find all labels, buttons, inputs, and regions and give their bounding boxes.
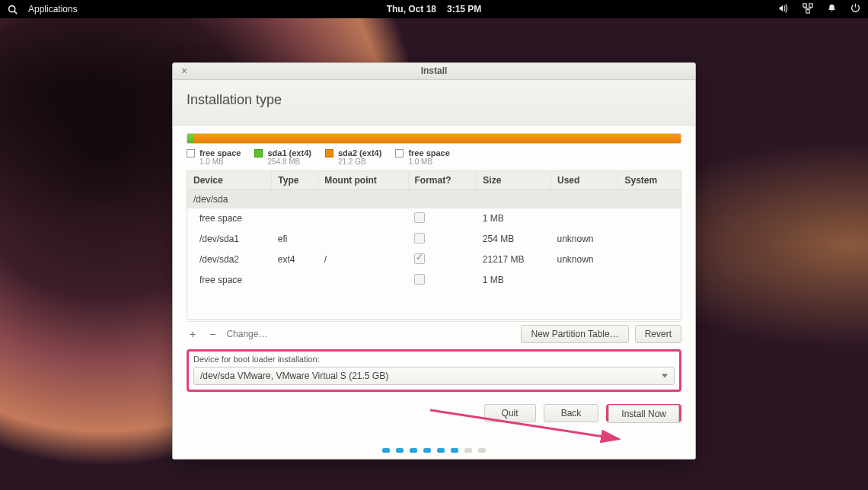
step-dot [478,448,486,453]
swatch-icon [254,149,263,158]
format-checkbox[interactable] [414,233,425,243]
partition-bar [187,133,681,144]
install-now-highlight: Install Now [606,404,681,422]
install-now-button[interactable]: Install Now [608,405,679,423]
step-dot [410,448,417,453]
revert-button[interactable]: Revert [635,325,681,343]
col-device[interactable]: Device [187,170,272,189]
boot-device-highlight: Device for boot loader installation: /de… [187,349,681,392]
legend-item: sda2 (ext4)21.2 GB [325,148,381,166]
header: Installation type [173,80,695,126]
swatch-icon [187,149,195,158]
partition-seg-sda2 [194,134,681,143]
step-dot [423,448,431,453]
col-type[interactable]: Type [272,170,318,189]
installer-window: × Install Installation type free space1.… [172,62,696,460]
svg-rect-3 [809,3,812,6]
col-system[interactable]: System [618,170,681,189]
volume-icon[interactable] [778,3,789,16]
partition-legend: free space1.0 MB sda1 (ext4)254.8 MB sda… [187,148,681,166]
step-dot [464,448,472,453]
partition-toolbar: + − Change… New Partition Table… Revert [187,321,681,343]
remove-partition-button[interactable]: − [206,328,219,340]
top-bar: Applications Thu, Oct 18 3:15 PM [0,0,868,18]
notifications-icon[interactable] [827,3,837,15]
clock-date[interactable]: Thu, Oct 18 [387,4,436,14]
applications-menu[interactable]: Applications [28,4,78,14]
disk-row[interactable]: /dev/sda [187,189,681,208]
svg-rect-4 [806,9,809,12]
table-row[interactable]: /dev/sda2 ext4 / 21217 MB unknown [187,250,681,270]
change-partition-button[interactable]: Change… [226,329,267,339]
page-title: Installation type [187,92,681,108]
quit-button[interactable]: Quit [484,404,536,422]
svg-rect-2 [803,3,806,6]
wizard-actions: Quit Back Install Now [187,404,681,422]
col-size[interactable]: Size [477,170,551,189]
table-row[interactable]: free space 1 MB [187,270,681,291]
network-icon[interactable] [803,3,813,16]
clock-time[interactable]: 3:15 PM [447,4,481,14]
partition-table[interactable]: Device Type Mount point Format? Size Use… [187,170,681,320]
step-dot [396,448,404,453]
partition-seg-sda1 [187,134,194,143]
step-dot [382,448,390,453]
format-checkbox[interactable] [414,253,425,264]
step-dot [451,448,458,453]
legend-item: free space1.0 MB [187,148,241,166]
table-row[interactable]: /dev/sda1 efi 254 MB unknown [187,229,681,250]
search-icon[interactable] [8,5,18,14]
legend-item: sda1 (ext4)254.8 MB [254,148,311,166]
close-icon[interactable]: × [176,65,193,77]
legend-item: free space1.0 MB [395,148,449,166]
format-checkbox[interactable] [414,274,425,285]
col-mount[interactable]: Mount point [318,170,408,189]
boot-device-label: Device for boot loader installation: [193,355,675,364]
progress-steps [187,448,681,453]
format-checkbox[interactable] [414,212,425,223]
back-button[interactable]: Back [544,404,599,422]
window-title: Install [173,65,695,76]
col-format[interactable]: Format? [408,170,477,189]
table-row[interactable]: free space 1 MB [187,208,681,229]
power-icon[interactable] [850,3,860,15]
step-dot [437,448,445,453]
titlebar: × Install [173,63,695,80]
add-partition-button[interactable]: + [187,328,199,340]
boot-device-select[interactable]: /dev/sda VMware, VMware Virtual S (21.5 … [193,367,675,385]
svg-point-0 [9,5,15,11]
svg-line-1 [14,11,17,13]
col-used[interactable]: Used [551,170,618,189]
swatch-icon [325,149,333,158]
swatch-icon [395,149,404,158]
new-partition-table-button[interactable]: New Partition Table… [521,325,628,343]
